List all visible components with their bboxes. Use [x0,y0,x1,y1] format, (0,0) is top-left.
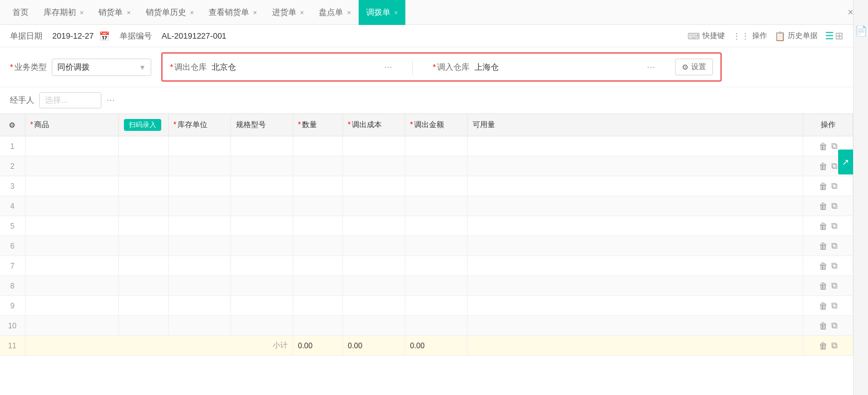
row-qty-7 [293,256,342,276]
row-goods-5[interactable] [25,216,118,236]
tab-view-sales[interactable]: 查看销货单 × [201,0,264,25]
agent-select[interactable]: 选择... [39,92,101,108]
delete-icon-1[interactable]: 🗑 [819,141,828,151]
copy-icon-9[interactable]: ⧉ [831,300,837,311]
col-available: 可用量 [467,114,803,136]
row-cost-4 [342,196,405,216]
business-type-label: *业务类型 [10,62,47,73]
layout-grid-icon[interactable]: ⊞ [835,30,843,42]
tab-close-purchase[interactable]: × [300,9,304,16]
row-goods-2[interactable] [25,156,118,176]
layout-list-icon[interactable]: ☰ [825,30,834,42]
settings-button[interactable]: ⚙ 设置 [675,59,713,75]
col-gear[interactable]: ⚙ [0,114,25,136]
table-row: 2 🗑 ⧉ [0,156,853,176]
tab-close-sales-history[interactable]: × [190,9,194,16]
tab-transfer[interactable]: 调拨单 × [359,0,405,25]
copy-icon-6[interactable]: ⧉ [831,240,837,251]
row-cost-6 [342,236,405,256]
row-goods-10[interactable] [25,316,118,336]
delete-icon[interactable]: 🗑 [819,341,828,351]
delete-icon-7[interactable]: 🗑 [819,261,828,271]
row-scan-3 [118,176,168,196]
row-ops-7: 🗑 ⧉ [803,256,853,276]
copy-icon-7[interactable]: ⧉ [831,260,837,271]
business-type-field: *业务类型 同价调拨 ▼ [10,59,151,76]
copy-icon-10[interactable]: ⧉ [831,320,837,331]
row-num-6: 6 [0,236,25,256]
row-available-6 [467,236,803,256]
warehouse-out-more[interactable]: ··· [384,62,392,73]
row-spec-5 [230,216,293,236]
row-cost-5 [342,216,405,236]
row-qty-5 [293,216,342,236]
tab-stocktake[interactable]: 盘点单 × [311,0,358,25]
tab-close-sales[interactable]: × [126,9,130,16]
tab-inventory-init[interactable]: 库存期初 × [36,0,91,25]
copy-icon-4[interactable]: ⧉ [831,201,837,211]
layout-toggle[interactable]: ☰ ⊞ [825,30,843,42]
shortcut-icon: ⌨ [687,31,700,41]
table-row: 1 🗑 ⧉ [0,136,853,156]
row-num-4: 4 [0,196,25,216]
row-cost-9 [342,296,405,316]
delete-icon-10[interactable]: 🗑 [819,321,828,331]
row-cost-7 [342,256,405,276]
tab-home[interactable]: 首页 [5,0,36,25]
row-goods-1[interactable] [25,136,118,156]
date-value: 2019-12-27 [52,31,94,40]
tab-sales-history[interactable]: 销货单历史 × [138,0,201,25]
row-scan-2 [118,156,168,176]
tab-purchase[interactable]: 进货单 × [265,0,311,25]
row-scan-10 [118,316,168,336]
tab-close-transfer[interactable]: × [394,9,398,16]
copy-icon-8[interactable]: ⧉ [831,280,837,291]
delete-icon-5[interactable]: 🗑 [819,221,828,231]
warehouse-in-value: 上海仓 [474,62,499,73]
warehouse-in-more[interactable]: ··· [647,62,655,73]
row-goods-8[interactable] [25,276,118,296]
copy-icon-3[interactable]: ⧉ [831,181,837,191]
row-spec-9 [230,296,293,316]
delete-icon-8[interactable]: 🗑 [819,281,828,291]
history-button[interactable]: 📋 历史单据 [775,31,818,41]
warehouse-out-field: *调出仓库 北京仓 ··· [170,62,392,73]
operations-button[interactable]: ⋮⋮ 操作 [732,31,767,41]
row-goods-6[interactable] [25,236,118,256]
tab-close-stocktake[interactable]: × [347,9,351,16]
row-goods-4[interactable] [25,196,118,216]
delete-icon-9[interactable]: 🗑 [819,301,828,311]
row-goods-7[interactable] [25,256,118,276]
agent-more[interactable]: ··· [106,95,115,106]
copy-icon-2[interactable]: ⧉ [831,161,837,171]
expand-button[interactable]: ↗ [838,150,853,174]
delete-icon-2[interactable]: 🗑 [819,161,828,171]
table-row: 4 🗑 ⧉ [0,196,853,216]
row-spec-7 [230,256,293,276]
business-type-select[interactable]: 同价调拨 ▼ [52,59,151,76]
delete-icon-6[interactable]: 🗑 [819,241,828,251]
tab-sales[interactable]: 销货单 × [91,0,138,25]
copy-icon-5[interactable]: ⧉ [831,221,837,231]
copy-icon-1[interactable]: ⧉ [831,141,837,151]
col-amount: *调出金额 [405,114,467,136]
row-goods-3[interactable] [25,176,118,196]
tab-close-inventory-init[interactable]: × [80,9,83,16]
row-spec-6 [230,236,293,256]
row-scan-9 [118,296,168,316]
delete-icon-4[interactable]: 🗑 [819,201,828,211]
calendar-icon[interactable]: 📅 [99,31,110,41]
row-scan-6 [118,236,168,256]
scan-button[interactable]: 扫码录入 [124,119,161,131]
shortcut-button[interactable]: ⌨ 快捷键 [687,31,725,41]
row-goods-9[interactable] [25,296,118,316]
col-cost: *调出成本 [342,114,405,136]
delete-icon-3[interactable]: 🗑 [819,181,828,191]
agent-field: 经手人 选择... ··· [10,92,115,108]
sidebar-doc-icon[interactable]: 📄 [855,25,867,37]
row-available-1 [467,136,803,156]
copy-icon[interactable]: ⧉ [831,340,837,351]
row-cost-2 [342,156,405,176]
row-amount-6 [405,236,467,256]
tab-close-view-sales[interactable]: × [253,9,257,16]
